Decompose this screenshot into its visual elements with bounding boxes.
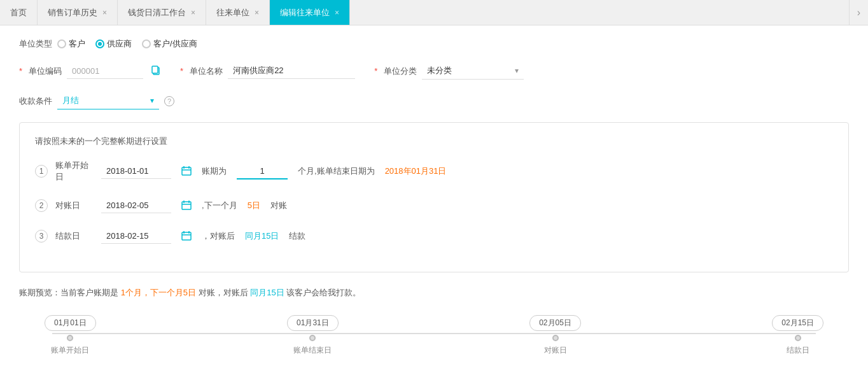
unit-code-input[interactable] — [67, 64, 143, 79]
tab-close-partner[interactable]: × — [255, 8, 259, 17]
setting-row-3: 3 结款日 ，对账后 同月15日 结款 — [35, 229, 833, 244]
preview-reconcile: 下一个月5日 — [150, 288, 196, 297]
payment-suffix: 结款 — [289, 230, 305, 242]
row-number-3: 3 — [35, 230, 48, 243]
unit-type-label: 单位类型 — [19, 38, 52, 50]
radio-customer-label: 客户 — [69, 38, 85, 50]
timeline-dot-4 — [795, 335, 801, 341]
period-mid-text: 账期为 — [202, 165, 227, 177]
radio-supplier[interactable]: 供应商 — [95, 38, 132, 50]
unit-category-dropdown[interactable]: 未分类 ▾ — [422, 62, 524, 80]
code-name-category-row: * 单位编码 * 单位名称 * 单位分类 未分类 ▾ — [19, 62, 849, 80]
reconcile-date-calendar-icon[interactable] — [181, 200, 192, 212]
tab-home[interactable]: 首页 — [0, 0, 38, 25]
timeline-point-2: 01月31日 账单结束日 — [287, 315, 339, 356]
radio-supplier-circle — [95, 39, 104, 48]
tab-close-edit-partner[interactable]: × — [335, 8, 339, 17]
tab-close-sales-history[interactable]: × — [102, 8, 107, 17]
radio-supplier-label: 供应商 — [107, 38, 132, 50]
payment-prefix: ，对账后 — [202, 230, 235, 242]
radio-both-label: 客户/供应商 — [153, 38, 197, 50]
timeline-label-2: 账单结束日 — [293, 345, 332, 356]
timeline-dot-1 — [67, 335, 73, 341]
radio-both-circle — [142, 39, 151, 48]
timeline-badge-3: 02月05日 — [529, 315, 581, 331]
payment-day: 同月15日 — [245, 230, 279, 242]
start-date-input[interactable] — [101, 164, 171, 179]
unit-name-group: * 单位名称 — [180, 64, 355, 79]
unit-name-label: 单位名称 — [190, 66, 223, 77]
tab-cash-work[interactable]: 钱货日清工作台 × — [118, 0, 206, 25]
tab-sales-history[interactable]: 销售订单历史 × — [38, 0, 118, 25]
reconcile-date-input[interactable] — [101, 198, 171, 213]
timeline-badge-4: 02月15日 — [772, 315, 823, 331]
timeline-point-3: 02月05日 对账日 — [529, 315, 581, 356]
main-content: 单位类型 客户 供应商 客户/供应商 * 单位编码 — [0, 25, 868, 387]
category-required-star: * — [374, 66, 377, 76]
unit-category-label: 单位分类 — [384, 66, 417, 77]
preview-payment: 同月15日 — [250, 288, 284, 297]
name-required-star: * — [180, 66, 183, 76]
collection-dropdown-arrow: ▾ — [150, 96, 154, 105]
unit-category-value: 未分类 — [427, 65, 510, 76]
period-unit-text: 个月,账单结束日期为 — [298, 165, 375, 177]
tab-more-button[interactable]: › — [849, 0, 868, 25]
radio-both[interactable]: 客户/供应商 — [142, 38, 197, 50]
timeline-label-3: 对账日 — [544, 345, 567, 356]
row-label-2: 对账日 — [55, 200, 94, 211]
copy-icon[interactable] — [151, 65, 161, 77]
preview-section: 账期预览：当前客户账期是 1个月，下一个月5日 对账，对账后 同月15日 该客户… — [19, 285, 849, 356]
svg-rect-2 — [182, 167, 191, 175]
timeline-point-1: 01月01日 账单开始日 — [45, 315, 96, 356]
svg-rect-10 — [182, 232, 191, 240]
tab-edit-partner[interactable]: 编辑往来单位 × — [270, 0, 350, 25]
timeline-dot-3 — [552, 335, 559, 341]
preview-period: 1个月， — [121, 288, 150, 297]
tab-bar: 首页 销售订单历史 × 钱货日清工作台 × 往来单位 × 编辑往来单位 × › — [0, 0, 868, 25]
payment-date-input[interactable] — [101, 229, 171, 244]
timeline-line — [52, 333, 816, 334]
svg-rect-6 — [182, 202, 191, 209]
unit-name-input[interactable] — [228, 64, 355, 79]
timeline-points: 01月01日 账单开始日 01月31日 账单结束日 02月05日 对账日 02月… — [45, 315, 823, 356]
timeline-badge-1: 01月01日 — [45, 315, 96, 331]
setting-row-1: 1 账单开始日 账期为 个月,账单结束日期为 2018年01月31日 — [35, 160, 833, 183]
unit-code-group: * 单位编码 — [19, 64, 161, 79]
timeline-point-4: 02月15日 结款日 — [772, 315, 823, 356]
collection-label: 收款条件 — [19, 95, 52, 107]
unit-category-group: * 单位分类 未分类 ▾ — [374, 62, 524, 80]
collection-dropdown[interactable]: 月结 ▾ — [57, 92, 159, 109]
reconcile-prefix: ,下一个月 — [202, 200, 237, 211]
preview-text: 账期预览：当前客户账期是 1个月，下一个月5日 对账，对账后 同月15日 该客户… — [19, 285, 849, 300]
svg-rect-1 — [152, 66, 158, 73]
start-date-calendar-icon[interactable] — [181, 165, 192, 178]
end-date-text: 2018年01月31日 — [385, 165, 447, 177]
category-dropdown-arrow: ▾ — [515, 66, 519, 75]
card-title: 请按照未来的一个完整帐期进行设置 — [35, 136, 833, 147]
payment-date-calendar-icon[interactable] — [181, 230, 192, 243]
timeline-label-1: 账单开始日 — [51, 345, 89, 356]
unit-type-group: 单位类型 客户 供应商 客户/供应商 — [19, 38, 197, 50]
radio-group: 客户 供应商 客户/供应商 — [57, 38, 197, 50]
timeline-badge-2: 01月31日 — [287, 315, 339, 331]
tab-close-cash-work[interactable]: × — [191, 8, 195, 17]
unit-type-row: 单位类型 客户 供应商 客户/供应商 — [19, 38, 849, 50]
code-required-star: * — [19, 66, 22, 76]
collection-row: 收款条件 月结 ▾ ? — [19, 92, 849, 109]
settings-card: 请按照未来的一个完整帐期进行设置 1 账单开始日 账期为 个月,账单结束日期为 … — [19, 122, 849, 272]
tab-partner[interactable]: 往来单位 × — [206, 0, 270, 25]
radio-customer[interactable]: 客户 — [57, 38, 85, 50]
row-number-2: 2 — [35, 199, 48, 212]
unit-code-label: 单位编码 — [29, 66, 62, 77]
collection-group: 收款条件 月结 ▾ ? — [19, 92, 174, 109]
timeline-dot-2 — [309, 335, 316, 341]
timeline-label-4: 结款日 — [787, 345, 809, 356]
timeline-wrapper: 01月01日 账单开始日 01月31日 账单结束日 02月05日 对账日 02月… — [19, 315, 849, 356]
help-icon[interactable]: ? — [164, 96, 174, 106]
row-label-1: 账单开始日 — [55, 160, 94, 183]
period-input[interactable] — [237, 164, 288, 179]
radio-customer-circle — [57, 39, 66, 48]
collection-value: 月结 — [62, 95, 145, 106]
row-label-3: 结款日 — [55, 230, 94, 242]
setting-row-2: 2 对账日 ,下一个月5日 对账 — [35, 198, 833, 213]
